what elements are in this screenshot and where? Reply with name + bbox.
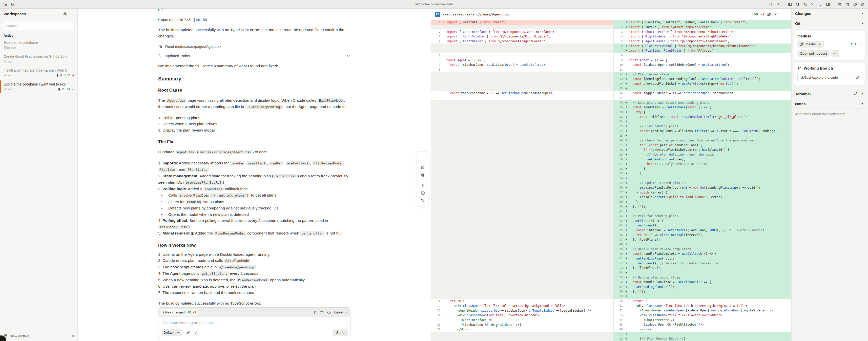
branch-selector[interactable]: master — [797, 41, 824, 48]
section-terminal[interactable]: Terminal — [792, 89, 868, 99]
workspace-item[interactable]: Install and integrate Vibe Kanban Web C7… — [0, 66, 78, 80]
list-item: 6. User can review, annotate, approve, o… — [158, 283, 350, 290]
diff-row-context: 12 <div className="flex flex-col h-scree… — [431, 304, 613, 308]
diff-row-added: 42+ // Poll for pending plans — [614, 214, 791, 219]
gear-icon[interactable] — [860, 2, 865, 7]
git-repo-card: medusa master 1 O — [794, 31, 865, 60]
message-input[interactable] — [162, 320, 348, 325]
text-run: callback that: — [224, 187, 248, 191]
pr-options-button[interactable] — [831, 50, 839, 57]
triangle-down-icon — [860, 102, 864, 106]
diff-row-context: 10 const [sidebarOpen, setSidebarOpen] =… — [614, 62, 791, 67]
plus-icon[interactable] — [70, 12, 74, 16]
conversation-scroll[interactable]: npm run build 2>&1 | tail -80The build c… — [158, 9, 350, 307]
section-git[interactable]: Git — [792, 19, 868, 28]
collapse-diff-button[interactable] — [774, 12, 778, 16]
files-changed-chip[interactable]: 2 files changed +61 -3 — [160, 309, 198, 315]
inline-code: Pending — [186, 200, 202, 204]
chevron-down-icon[interactable] — [346, 54, 350, 58]
wrap-toggle-button[interactable] — [767, 12, 771, 16]
diff-file-header[interactable]: TS /medusa/medusa/src/pages/Agent.tsx +5… — [431, 9, 791, 20]
search-input[interactable] — [3, 22, 74, 30]
line-number: 4 — [614, 35, 624, 38]
bullet-item: •Filters for Pending status plans — [158, 199, 350, 206]
working-branch-field[interactable] — [797, 73, 862, 82]
model-selector[interactable]: Default — [161, 329, 182, 336]
paperclip-icon[interactable] — [186, 331, 190, 335]
terminal-icon[interactable] — [811, 2, 815, 7]
bullet-marker: • — [161, 199, 168, 206]
view-archive-button[interactable]: View Archive 0 — [0, 331, 78, 341]
additions-count: +134 — [63, 73, 70, 77]
drag-handle-icon[interactable] — [420, 154, 426, 160]
list-number: 1. — [158, 116, 162, 120]
line-number: 16 — [431, 323, 441, 326]
ordered-list: 1. Imports: Added necessary imports for … — [158, 160, 350, 237]
line-number: 32 — [614, 167, 624, 170]
spark-icon[interactable] — [312, 310, 316, 314]
text-run: , — [244, 161, 246, 165]
working-branch-input[interactable] — [800, 75, 854, 80]
diff-row-added: 45+ const interval = setInterval(loadPla… — [614, 228, 791, 233]
menu-icon[interactable] — [838, 2, 842, 7]
line-number: 40 — [614, 205, 624, 208]
section-changes[interactable]: Changes — [792, 9, 868, 19]
chevron-down-icon — [344, 310, 348, 314]
pen-icon[interactable] — [194, 331, 198, 335]
code-line: const pendingPlans = allPlans.filter(p =… — [629, 129, 791, 133]
text-run: Calls — [168, 193, 178, 197]
tool-call-terminal[interactable]: npm run build 2>&1 | tail -80 — [158, 18, 350, 22]
diff-sign: + — [624, 266, 629, 270]
text-run: The response is written back and the hoo… — [162, 290, 254, 295]
nowrap-icon[interactable] — [420, 164, 426, 171]
text-run: I updated — [158, 150, 176, 154]
tool-call-todos[interactable]: Updated Todos — [158, 54, 350, 58]
diff-row-context: 64 <ChatInterface /> — [614, 317, 791, 322]
notes-placeholder[interactable]: Add notes about this workspace... — [792, 109, 868, 119]
archive-icon[interactable] — [3, 2, 8, 7]
inline-code: useRef — [269, 161, 283, 165]
help-icon[interactable] — [853, 2, 857, 7]
diff-row-added: 40+ }, []); — [614, 204, 791, 209]
bullet-item: •Detects new plans by comparing against … — [158, 205, 350, 212]
diff-row-context: 8 — [431, 67, 613, 72]
line-number: 9 — [431, 92, 441, 95]
version-selector[interactable]: Latest — [334, 309, 348, 315]
pause-icon[interactable] — [768, 2, 773, 7]
copy-icon[interactable] — [420, 172, 426, 178]
git-compare-icon[interactable] — [803, 2, 808, 7]
line-number: 14 — [614, 82, 624, 86]
terminal-label: Terminal — [795, 92, 811, 96]
deletions-count: -2 — [72, 73, 74, 77]
double-chevron-up-icon[interactable] — [776, 2, 780, 7]
git-compare-icon[interactable] — [420, 197, 426, 204]
line-number: 25 — [614, 134, 624, 137]
workspace-item[interactable]: Create Good First Issues on Github So p6… — [0, 52, 78, 66]
todos-dot-icon[interactable] — [320, 310, 324, 314]
play-icon[interactable] — [420, 182, 426, 189]
send-button[interactable]: Send — [333, 329, 348, 336]
workspace-item-selected[interactable]: Explore the codebase I want you to exp7h… — [0, 80, 78, 94]
workspace-item[interactable]: Explore the codebase35m ago — [0, 38, 78, 52]
code-line: loadPlans(); — [629, 224, 791, 227]
layers-icon[interactable] — [63, 12, 67, 16]
open-pr-button[interactable]: Open pull request — [797, 50, 830, 57]
panel-left-icon[interactable] — [788, 2, 792, 7]
inline-code: loadPlans — [204, 187, 224, 191]
spinner-icon[interactable] — [327, 310, 331, 314]
line-number: 60 — [614, 299, 624, 303]
megaphone-icon[interactable] — [845, 2, 850, 7]
monitor-icon[interactable] — [818, 2, 823, 7]
contrast-icon[interactable] — [795, 2, 800, 7]
diff-row-added: 27+ for (const plan of pendingPlans) { — [614, 143, 791, 148]
code-line: const [pendingPlan, setPendingPlan] = us… — [629, 77, 791, 81]
more-actions-button[interactable] — [858, 42, 862, 46]
sidebar-collapse-icon[interactable] — [11, 2, 15, 7]
text-run: The — [158, 98, 166, 102]
section-notes[interactable]: Notes — [792, 99, 868, 109]
tool-call-read[interactable]: Read medusa/src/pages/Agent.tsx — [158, 44, 350, 49]
panel-right-icon[interactable] — [826, 2, 830, 7]
code-line: useEffect(() => { — [629, 219, 791, 223]
text-run: status plans — [202, 199, 224, 204]
monitor-icon[interactable] — [420, 190, 426, 196]
